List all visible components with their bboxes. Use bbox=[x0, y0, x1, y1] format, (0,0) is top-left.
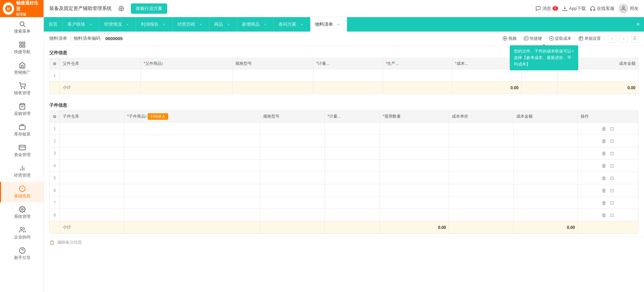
sidebar-item-finance[interactable]: 资金管理 bbox=[0, 141, 44, 161]
sidebar-item-guide[interactable]: 新手引导 bbox=[0, 244, 44, 264]
parent-product-info-icon[interactable]: ℹ bbox=[162, 62, 163, 66]
app-download-btn[interactable]: App下载 bbox=[562, 5, 586, 12]
child-product-7[interactable] bbox=[124, 197, 260, 209]
tab-goods-close[interactable]: × bbox=[225, 21, 232, 28]
child-spec-1[interactable] bbox=[260, 122, 324, 135]
child-copy-1[interactable]: ⊡ bbox=[609, 125, 616, 132]
sidebar-item-inventory[interactable]: 库存核算 bbox=[0, 120, 44, 141]
tab-customer-close[interactable]: × bbox=[87, 21, 94, 28]
tool-single-settings[interactable]: 单据设置 bbox=[579, 36, 601, 42]
nav-next[interactable]: › bbox=[620, 34, 628, 43]
tab-customer[interactable]: 客户联络 × bbox=[63, 17, 99, 32]
tab-profit[interactable]: 利润报告 × bbox=[136, 17, 173, 32]
sidebar-item-basic[interactable]: 基础信息 bbox=[0, 182, 44, 202]
sidebar-item-marketing[interactable]: 营销推广 bbox=[0, 58, 44, 79]
close-all-tabs[interactable]: × bbox=[635, 21, 641, 28]
sidebar-item-system[interactable]: 系统管理 bbox=[0, 202, 44, 223]
child-copy-6[interactable]: ⊡ bbox=[609, 187, 616, 194]
child-unit-2[interactable] bbox=[325, 135, 380, 147]
child-delete-1[interactable]: 🗑 bbox=[600, 125, 607, 132]
child-delete-3[interactable]: 🗑 bbox=[600, 150, 607, 157]
child-warehouse-6[interactable] bbox=[60, 184, 124, 197]
child-warehouse-7[interactable] bbox=[60, 197, 124, 209]
child-unit-1[interactable] bbox=[325, 122, 380, 135]
child-product-2[interactable] bbox=[124, 135, 260, 147]
child-qty-8[interactable] bbox=[380, 209, 449, 221]
parent-settings-gear[interactable]: ⚙ bbox=[52, 61, 57, 66]
child-copy-8[interactable]: ⊡ bbox=[609, 212, 616, 219]
child-copy-3[interactable]: ⊡ bbox=[609, 150, 616, 157]
tab-bom[interactable]: 物料清单 × bbox=[310, 17, 347, 32]
child-delete-5[interactable]: 🗑 bbox=[600, 175, 607, 182]
child-warehouse-2[interactable] bbox=[60, 135, 124, 147]
child-warehouse-3[interactable] bbox=[60, 147, 124, 160]
tool-shortcut[interactable]: 快捷键 bbox=[524, 36, 542, 42]
child-qty-6[interactable] bbox=[380, 184, 449, 197]
child-spec-7[interactable] bbox=[260, 197, 324, 209]
tab-new-goods-close[interactable]: × bbox=[262, 21, 269, 28]
child-qty-7[interactable] bbox=[380, 197, 449, 209]
sidebar-item-search[interactable]: 搜索菜单 bbox=[0, 17, 44, 38]
parent-cost-1[interactable] bbox=[452, 69, 521, 82]
parent-product-1[interactable] bbox=[141, 69, 233, 82]
nav-prev[interactable]: ‹ bbox=[608, 34, 616, 43]
child-unit-cost-3[interactable] bbox=[449, 147, 513, 160]
child-qty-3[interactable] bbox=[380, 147, 449, 160]
tab-bom-close[interactable]: × bbox=[335, 21, 342, 28]
sidebar-item-purchase[interactable]: 采购管理 bbox=[0, 100, 44, 120]
child-unit-cost-4[interactable] bbox=[449, 160, 513, 172]
online-service-btn[interactable]: 在线客服 bbox=[590, 5, 615, 12]
child-unit-5[interactable] bbox=[325, 172, 380, 184]
tab-history-close[interactable]: × bbox=[197, 21, 204, 28]
child-delete-7[interactable]: 🗑 bbox=[600, 199, 607, 206]
tool-video[interactable]: 视频 bbox=[503, 36, 517, 42]
child-copy-7[interactable]: ⊡ bbox=[609, 199, 616, 206]
child-delete-8[interactable]: 🗑 bbox=[600, 212, 607, 219]
child-copy-2[interactable]: ⊡ bbox=[609, 138, 616, 144]
child-settings-gear[interactable]: ⚙ bbox=[52, 114, 57, 119]
tab-history[interactable]: 经营历程 × bbox=[173, 17, 209, 32]
child-qty-1[interactable] bbox=[380, 122, 449, 135]
child-product-1[interactable] bbox=[124, 122, 260, 135]
child-product-3[interactable] bbox=[124, 147, 260, 160]
child-spec-2[interactable] bbox=[260, 135, 324, 147]
child-spec-4[interactable] bbox=[260, 160, 324, 172]
parent-warehouse-1[interactable] bbox=[60, 69, 141, 82]
child-product-6[interactable] bbox=[124, 184, 260, 197]
child-unit-8[interactable] bbox=[325, 209, 380, 221]
child-unit-cost-5[interactable] bbox=[449, 172, 513, 184]
child-unit-cost-7[interactable] bbox=[449, 197, 513, 209]
child-warehouse-4[interactable] bbox=[60, 160, 124, 172]
tooltip-close[interactable]: × bbox=[572, 48, 574, 55]
child-spec-5[interactable] bbox=[260, 172, 324, 184]
tab-goods[interactable]: 商品 × bbox=[209, 17, 237, 32]
child-product-8[interactable] bbox=[124, 209, 260, 221]
tool-extract-cost[interactable]: 提取成本 × 您的父件、子件的成本取值可以选择【参考成本、最新进价、平均成本】 bbox=[549, 36, 571, 42]
tab-operation-status[interactable]: 经营情况 × bbox=[99, 17, 136, 32]
child-product-info-icon[interactable]: ℹ bbox=[145, 115, 147, 118]
child-unit-cost-1[interactable] bbox=[449, 122, 513, 135]
child-product-4[interactable] bbox=[124, 160, 260, 172]
settings-button[interactable] bbox=[116, 4, 127, 13]
sidebar-item-enterprise[interactable]: 企业协同 bbox=[0, 223, 44, 244]
child-qty-4[interactable] bbox=[380, 160, 449, 172]
tab-barcode[interactable]: 条码方案 × bbox=[274, 17, 310, 32]
child-product-5[interactable] bbox=[124, 172, 260, 184]
child-warehouse-1[interactable] bbox=[60, 122, 124, 135]
bottom-label[interactable]: 编辑备注信息 bbox=[57, 240, 82, 245]
child-spec-6[interactable] bbox=[260, 184, 324, 197]
child-unit-7[interactable] bbox=[325, 197, 380, 209]
child-spec-3[interactable] bbox=[260, 147, 324, 160]
parent-production-1[interactable] bbox=[383, 69, 452, 82]
parent-spec-1[interactable] bbox=[233, 69, 313, 82]
child-unit-cost-6[interactable] bbox=[449, 184, 513, 197]
tab-operation-status-close[interactable]: × bbox=[124, 21, 131, 28]
child-delete-6[interactable]: 🗑 bbox=[600, 187, 607, 194]
child-qty-2[interactable] bbox=[380, 135, 449, 147]
child-delete-2[interactable]: 🗑 bbox=[600, 138, 607, 144]
sidebar-item-quick-nav[interactable]: 快捷导航 bbox=[0, 38, 44, 58]
child-unit-cost-2[interactable] bbox=[449, 135, 513, 147]
child-unit-4[interactable] bbox=[325, 160, 380, 172]
experience-button[interactable]: 体验行业方案 bbox=[131, 3, 167, 14]
tab-profit-close[interactable]: × bbox=[161, 21, 168, 28]
